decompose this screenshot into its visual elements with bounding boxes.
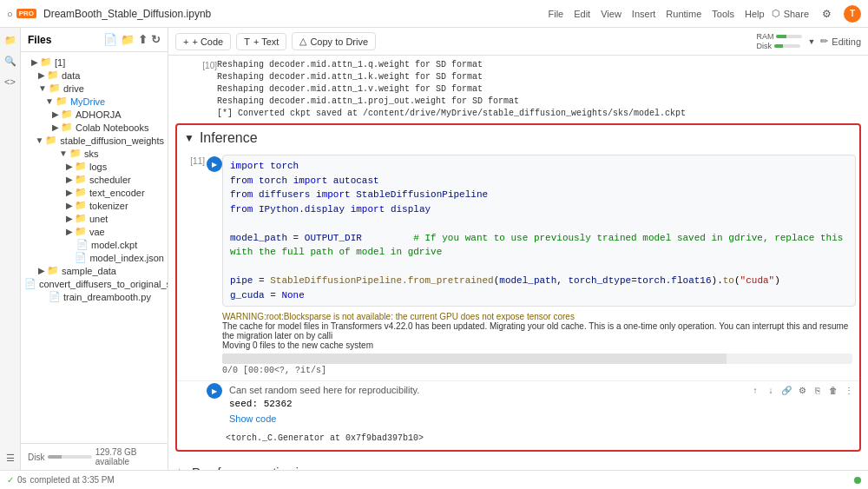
seed-cell-toolbar: ↑ ↓ 🔗 ⚙ ⎘ 🗑 ⋮ bbox=[748, 381, 856, 397]
refresh-icon[interactable]: ↻ bbox=[151, 33, 161, 46]
tree-item-root[interactable]: ▶ 📁 [1] bbox=[21, 56, 168, 69]
search-panel-icon[interactable]: 🔍 bbox=[2, 52, 19, 69]
prev-output-5: [*] Converted ckpt saved at /content/dri… bbox=[217, 108, 861, 120]
app-logo: ○ PRO bbox=[7, 9, 36, 19]
run-section-title: Run for generating images. bbox=[192, 466, 339, 470]
gear-cell-icon[interactable]: ⚙ bbox=[795, 383, 809, 397]
cell-11-run-button[interactable]: ▶ bbox=[207, 156, 222, 172]
share-label: Share bbox=[784, 9, 809, 19]
code-panel-icon[interactable]: <> bbox=[2, 73, 19, 90]
files-panel-icon[interactable]: 📁 bbox=[2, 31, 19, 49]
tree-item-drive[interactable]: ▼ 📁 drive bbox=[21, 82, 168, 95]
sidebar-title: Files bbox=[28, 34, 51, 46]
connected-indicator bbox=[854, 477, 861, 484]
tree-item-text-encoder[interactable]: ▶ 📁 text_encoder bbox=[21, 186, 168, 199]
run-section-header: ▶ Run for generating images. bbox=[175, 459, 861, 470]
tree-item-tokenizer[interactable]: ▶ 📁 tokenizer bbox=[21, 199, 168, 212]
inference-collapse-arrow[interactable]: ▼ bbox=[184, 132, 194, 144]
upload-icon[interactable]: ⬆ bbox=[138, 33, 148, 46]
ram-bar bbox=[776, 35, 802, 38]
status-bar: ✓ 0s completed at 3:35 PM bbox=[0, 470, 868, 489]
copy-cell-icon[interactable]: ⎘ bbox=[811, 383, 825, 397]
drive-icon: △ bbox=[299, 36, 306, 47]
tree-label: tokenizer bbox=[89, 201, 128, 211]
link-icon[interactable]: 🔗 bbox=[779, 383, 793, 397]
settings-icon[interactable]: ⚙ bbox=[818, 5, 835, 23]
left-panel: 📁 🔍 <> ☰ bbox=[0, 28, 21, 470]
more-cell-icon[interactable]: ⋮ bbox=[842, 383, 856, 397]
add-code-label: + Code bbox=[192, 36, 223, 47]
prev-output-1: Reshaping decoder.mid.attn_1.q.weight fo… bbox=[217, 59, 861, 71]
menu-file[interactable]: File bbox=[548, 9, 563, 19]
tree-item-model-ckpt[interactable]: 📄 model.ckpt bbox=[21, 238, 168, 251]
menu-insert[interactable]: Insert bbox=[632, 9, 656, 19]
menu-tools[interactable]: Tools bbox=[712, 9, 734, 19]
progress-bar bbox=[222, 354, 852, 364]
tree-item-sks[interactable]: ▼ 📁 sks bbox=[21, 147, 168, 160]
delete-cell-icon[interactable]: 🗑 bbox=[826, 383, 840, 397]
tree-item-data[interactable]: ▶ 📁 data bbox=[21, 69, 168, 82]
tree-label: sks bbox=[84, 149, 99, 159]
run-section-arrow[interactable]: ▶ bbox=[179, 466, 187, 470]
new-folder-icon[interactable]: 📁 bbox=[121, 33, 135, 46]
menu-edit[interactable]: Edit bbox=[574, 9, 590, 19]
move-down-icon[interactable]: ↓ bbox=[764, 383, 778, 397]
seed-cell-content[interactable]: Can set random seed here for reproducibi… bbox=[222, 381, 748, 428]
tree-label: model.ckpt bbox=[91, 240, 137, 250]
tree-item-scheduler[interactable]: ▶ 📁 scheduler bbox=[21, 173, 168, 186]
tree-label: unet bbox=[89, 214, 108, 224]
show-code-link[interactable]: Show code bbox=[229, 413, 276, 424]
copy-to-drive-button[interactable]: △ Copy to Drive bbox=[292, 32, 376, 50]
menu-runtime[interactable]: Runtime bbox=[666, 9, 701, 19]
plus-code-icon: + bbox=[183, 36, 188, 47]
tree-label: [1] bbox=[55, 57, 65, 68]
tree-item-stable-diffusion[interactable]: ▼ 📁 stable_diffusion_weights bbox=[21, 134, 168, 147]
inference-section: ▼ Inference [11] ▶ import torch from tor… bbox=[175, 123, 861, 452]
menu-view[interactable]: View bbox=[601, 9, 621, 19]
tree-item-train[interactable]: 📄 train_dreambooth.py bbox=[21, 290, 168, 303]
tree-item-model-index[interactable]: 📄 model_index.json bbox=[21, 251, 168, 264]
add-text-button[interactable]: T + Text bbox=[236, 33, 286, 50]
tree-item-convert[interactable]: 📄 convert_diffusers_to_original_stabl... bbox=[21, 277, 168, 290]
user-avatar[interactable]: T bbox=[844, 5, 861, 23]
copy-drive-label: Copy to Drive bbox=[310, 36, 368, 47]
new-file-icon[interactable]: 📄 bbox=[103, 33, 117, 46]
tree-label: data bbox=[62, 70, 80, 81]
tree-item-vae[interactable]: ▶ 📁 vae bbox=[21, 225, 168, 238]
seed-cell-area: ▶ Can set random seed here for reproduci… bbox=[177, 380, 859, 428]
tree-label: scheduler bbox=[89, 175, 131, 185]
status-right bbox=[854, 477, 861, 484]
notebook-content: [10] Reshaping decoder.mid.attn_1.q.weig… bbox=[168, 59, 868, 470]
cell-10-area: [10] Reshaping decoder.mid.attn_1.q.weig… bbox=[175, 59, 861, 120]
editing-button[interactable]: ✏ Editing bbox=[820, 36, 861, 47]
menu-help[interactable]: Help bbox=[745, 9, 765, 19]
main-layout: 📁 🔍 <> ☰ Files 📄 📁 ⬆ ↻ ▶ 📁 [1] bbox=[0, 28, 868, 470]
bottom-left-icon[interactable]: ☰ bbox=[2, 449, 19, 466]
sidebar-tree: ▶ 📁 [1] ▶ 📁 data ▼ 📁 drive ▼ 📁 MyDrive bbox=[21, 52, 168, 443]
tree-item-adhorja[interactable]: ▶ 📁 ADHORJA bbox=[21, 108, 168, 121]
prev-output-3: Reshaping decoder.mid.attn_1.v.weight fo… bbox=[217, 83, 861, 96]
progress-bar-area bbox=[222, 352, 852, 366]
sidebar: Files 📄 📁 ⬆ ↻ ▶ 📁 [1] ▶ 📁 data bbox=[21, 28, 168, 470]
tree-item-unet[interactable]: ▶ 📁 unet bbox=[21, 212, 168, 225]
editing-label: Editing bbox=[832, 36, 861, 47]
tree-label: convert_diffusers_to_original_stabl... bbox=[39, 279, 168, 289]
cell-11-code[interactable]: import torch from torch import autocast … bbox=[222, 155, 856, 307]
disk-bar-fill2 bbox=[774, 44, 784, 48]
tree-item-colab-notebooks[interactable]: ▶ 📁 Colab Notebooks bbox=[21, 121, 168, 134]
seed-label: seed: bbox=[229, 399, 258, 409]
share-button[interactable]: ⬡ Share bbox=[772, 8, 809, 19]
tree-item-logs[interactable]: ▶ 📁 logs bbox=[21, 160, 168, 173]
move-up-icon[interactable]: ↑ bbox=[748, 383, 762, 397]
tree-item-mydrive[interactable]: ▼ 📁 MyDrive bbox=[21, 95, 168, 108]
seed-cell-run-button[interactable]: ▶ bbox=[207, 383, 222, 399]
ram-bar-fill bbox=[776, 35, 786, 38]
ram-disk-dropdown[interactable]: ▼ bbox=[807, 37, 815, 46]
tree-label: drive bbox=[63, 83, 84, 94]
menu-bar: File Edit View Insert Runtime Tools Help bbox=[548, 9, 764, 19]
add-code-button[interactable]: + + Code bbox=[175, 33, 231, 50]
tree-item-sample-data[interactable]: ▶ 📁 sample_data bbox=[21, 264, 168, 277]
notebook-toolbar: + + Code T + Text △ Copy to Drive RAM bbox=[168, 28, 868, 56]
cell-11-area: [11] ▶ import torch from torch import au… bbox=[177, 155, 859, 307]
show-code-area: Show code bbox=[229, 413, 741, 425]
